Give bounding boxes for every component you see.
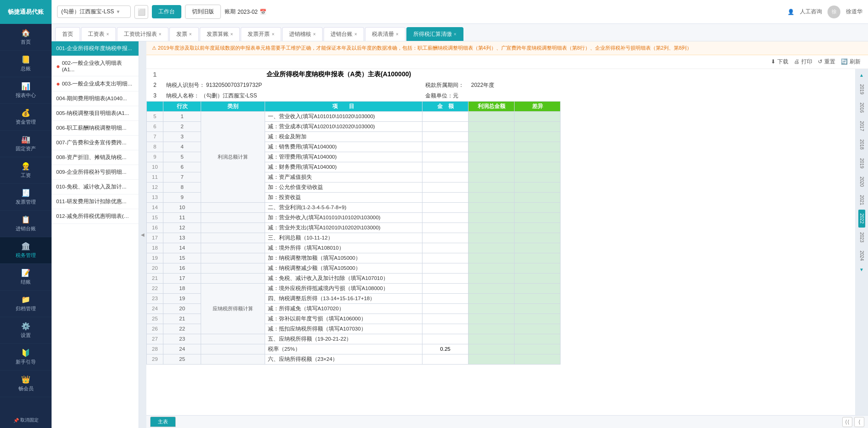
- hang-cell[interactable]: 4: [163, 142, 201, 152]
- qe-cell[interactable]: [422, 152, 469, 162]
- lr-cell[interactable]: [469, 223, 515, 233]
- tab-invoice-calc[interactable]: 发票算账 ×: [200, 27, 240, 41]
- cy-cell[interactable]: [515, 303, 561, 314]
- lr-cell[interactable]: [469, 324, 515, 334]
- unpin-button[interactable]: 📌 取消固定: [13, 417, 39, 423]
- qe-cell[interactable]: [422, 162, 469, 172]
- xm-cell[interactable]: 减：税金及附加: [265, 131, 422, 142]
- sidebar-item-payroll[interactable]: 👷 工资: [0, 157, 52, 184]
- qe-cell[interactable]: [422, 263, 469, 273]
- left-panel-item-012[interactable]: 012-减免所得税优惠明细表(…: [52, 209, 139, 224]
- hang-cell[interactable]: 16: [163, 263, 201, 273]
- workspace-button[interactable]: 工作台: [152, 5, 181, 18]
- cy-cell[interactable]: [515, 233, 561, 243]
- qe-cell[interactable]: [422, 142, 469, 152]
- hang-cell[interactable]: 8: [163, 182, 201, 192]
- left-panel-item-006[interactable]: 006-职工薪酬纳税调整明细...: [52, 121, 139, 136]
- cy-cell[interactable]: [515, 324, 561, 334]
- cy-cell[interactable]: [515, 111, 561, 121]
- nav-prev-btn[interactable]: ⟨: [854, 417, 864, 427]
- tab-payroll[interactable]: 工资表 ×: [81, 27, 116, 41]
- xm-cell[interactable]: 加：纳税调整增加额（填写A105000）: [265, 253, 422, 263]
- cy-cell[interactable]: [515, 273, 561, 283]
- hang-cell[interactable]: 17: [163, 273, 201, 283]
- sidebar-item-archive[interactable]: 📁 归档管理: [0, 291, 52, 317]
- lr-cell[interactable]: [469, 243, 515, 253]
- xm-cell[interactable]: 一、营业收入(填写A101010\101020\103000): [265, 111, 422, 121]
- lr-cell[interactable]: [469, 202, 515, 212]
- lr-cell[interactable]: [469, 253, 515, 263]
- tab-purchase-verify[interactable]: 进销稽核 ×: [282, 27, 323, 41]
- left-panel-item-008[interactable]: 008-资产折旧、摊销及纳税...: [52, 150, 139, 165]
- cy-cell[interactable]: [515, 212, 561, 223]
- cy-cell[interactable]: [515, 283, 561, 293]
- left-panel-item-001[interactable]: 001-企业所得税年度纳税申报...: [52, 41, 139, 56]
- left-panel-item-007[interactable]: 007-广告费和业务宣传费跨...: [52, 136, 139, 150]
- sidebar-item-reports[interactable]: 📊 报表中心: [0, 77, 52, 104]
- qe-cell[interactable]: 0.25: [422, 344, 469, 354]
- lr-cell[interactable]: [469, 131, 515, 142]
- lr-cell[interactable]: [469, 162, 515, 172]
- print-button[interactable]: 🖨 打印: [794, 58, 812, 66]
- collapse-panel-button[interactable]: ◀: [139, 41, 146, 428]
- left-panel-item-009[interactable]: 009-企业所得税补亏损明细...: [52, 165, 139, 180]
- close-icon[interactable]: ×: [313, 32, 316, 37]
- close-icon[interactable]: ×: [106, 32, 109, 37]
- cy-cell[interactable]: [515, 162, 561, 172]
- lr-cell[interactable]: [469, 212, 515, 223]
- lr-cell[interactable]: [469, 233, 515, 243]
- qe-cell[interactable]: [422, 192, 469, 202]
- hang-cell[interactable]: 21: [163, 314, 201, 324]
- cy-cell[interactable]: [515, 121, 561, 131]
- consult-label[interactable]: 人工咨询: [800, 8, 822, 16]
- lr-cell[interactable]: [469, 152, 515, 162]
- year-nav-item-2019b[interactable]: 2019: [858, 154, 865, 172]
- close-icon[interactable]: ×: [354, 32, 357, 37]
- cy-cell[interactable]: [515, 354, 561, 364]
- year-nav-item-2023[interactable]: 2023: [858, 228, 865, 246]
- lr-cell[interactable]: [469, 172, 515, 182]
- hang-cell[interactable]: 24: [163, 344, 201, 354]
- cy-cell[interactable]: [515, 202, 561, 212]
- xm-cell[interactable]: 减：抵扣应纳税所得额（填写A107030）: [265, 324, 422, 334]
- year-nav-item-2019a[interactable]: 2019: [858, 80, 865, 98]
- sidebar-item-fund[interactable]: 💰 资金管理: [0, 104, 52, 131]
- xm-cell[interactable]: 四、纳税调整后所得（13-14+15-16-17+18）: [265, 293, 422, 303]
- close-icon[interactable]: ×: [189, 32, 192, 37]
- sidebar-item-checkout[interactable]: 📝 结账: [0, 264, 52, 291]
- year-nav-item-2022[interactable]: 2022: [858, 210, 865, 227]
- xm-cell[interactable]: 减：境外应税所得抵减境内亏损（填写A108000）: [265, 283, 422, 293]
- cy-cell[interactable]: [515, 152, 561, 162]
- close-icon[interactable]: ×: [159, 32, 162, 37]
- lr-cell[interactable]: [469, 303, 515, 314]
- xm-cell[interactable]: 三、利润总额（10-11-12）: [265, 233, 422, 243]
- lr-cell[interactable]: [469, 314, 515, 324]
- year-nav-item-2017[interactable]: 2017: [858, 117, 865, 135]
- year-nav-item-2024[interactable]: 2024: [858, 247, 865, 264]
- cy-cell[interactable]: [515, 314, 561, 324]
- year-nav-item-2018[interactable]: 2018: [858, 136, 865, 153]
- lr-cell[interactable]: [469, 273, 515, 283]
- sidebar-item-invoice[interactable]: 🧾 发票管理: [0, 184, 52, 211]
- lr-cell[interactable]: [469, 293, 515, 303]
- tab-home[interactable]: 首页: [55, 27, 80, 41]
- xm-cell[interactable]: 减：销售费用(填写A104000): [265, 142, 422, 152]
- lr-cell[interactable]: [469, 334, 515, 344]
- qe-cell[interactable]: [422, 283, 469, 293]
- qe-cell[interactable]: [422, 354, 469, 364]
- xm-cell[interactable]: 加：投资收益: [265, 192, 422, 202]
- qe-cell[interactable]: [422, 182, 469, 192]
- lr-cell[interactable]: [469, 121, 515, 131]
- qe-cell[interactable]: [422, 111, 469, 121]
- left-panel-item-010[interactable]: 010-免税、减计收入及加计...: [52, 180, 139, 194]
- close-icon[interactable]: ×: [231, 32, 233, 37]
- hang-cell[interactable]: 25: [163, 354, 201, 364]
- sidebar-item-tax[interactable]: 🏛️ 税务管理: [0, 237, 52, 264]
- tab-income-tax[interactable]: 所得税汇算清缴 ×: [406, 27, 463, 41]
- lr-cell[interactable]: [469, 142, 515, 152]
- lr-cell[interactable]: [469, 354, 515, 364]
- hang-cell[interactable]: 9: [163, 192, 201, 202]
- close-icon[interactable]: ×: [396, 32, 399, 37]
- xm-cell[interactable]: 减：境外所得（填写A108010）: [265, 243, 422, 253]
- qe-cell[interactable]: [422, 243, 469, 253]
